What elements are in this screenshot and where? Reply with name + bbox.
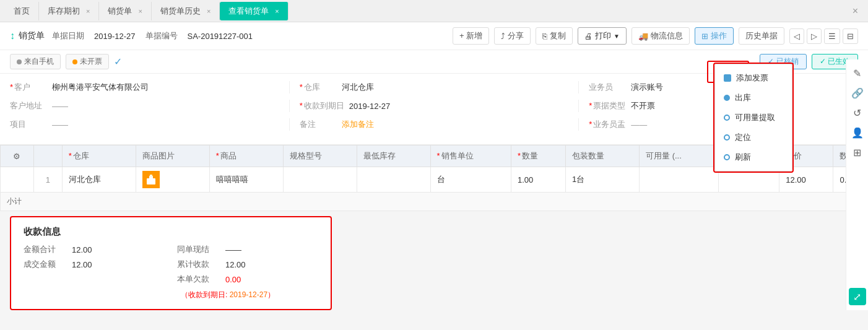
summary-title: 收款信息 — [24, 226, 318, 238]
next-button[interactable]: ▷ — [807, 28, 822, 44]
project-field: 项目 —— — [10, 119, 279, 130]
tab-home-label: 首页 — [14, 6, 30, 17]
collected-value: 12.00 — [225, 260, 246, 269]
col-spec: 规格型号 — [283, 145, 357, 167]
product-image — [142, 171, 160, 188]
grid-view-button[interactable]: ☰ — [824, 28, 840, 44]
tab-view-sales-label: 查看销货单 — [228, 6, 269, 17]
date-label: 单据日期 — [52, 30, 84, 41]
note-label: 备注 — [300, 119, 337, 130]
project-label: 项目 — [10, 119, 47, 130]
tab-view-sales[interactable]: 查看销货单 × — [220, 2, 288, 20]
copy-label: 复制 — [550, 30, 566, 41]
sidebar-user-icon[interactable]: 👤 — [849, 124, 866, 141]
sidebar-rotate-icon[interactable]: ↺ — [849, 104, 866, 121]
locate-label: 定位 — [735, 132, 751, 143]
row-pkg-qty: 1台 — [566, 167, 640, 193]
due-date-field: 收款到期日 2019-12-27 — [300, 100, 569, 111]
tab-home[interactable]: 首页 — [5, 2, 39, 20]
sidebar-edit-icon[interactable]: ✎ — [849, 64, 866, 82]
copy-button[interactable]: ⎘ 复制 — [536, 27, 573, 45]
salesman-label: 业务员盂 — [589, 119, 626, 130]
dropdown-container: 添加发票 出库 可用量提取 定位 刷新 — [713, 63, 794, 173]
from-phone-button[interactable]: 来自手机 — [10, 54, 61, 69]
sidebar-link-icon[interactable]: 🔗 — [849, 84, 866, 102]
svg-rect-2 — [150, 175, 152, 177]
effective-icon: ✓ — [820, 57, 828, 66]
print-icon: 🖨 — [584, 32, 592, 41]
outbound-label: 出库 — [735, 92, 751, 103]
print-button[interactable]: 🖨 打印 ▼ — [578, 27, 627, 45]
salesman-value: —— — [631, 120, 647, 129]
history-label: 历史单据 — [745, 30, 778, 41]
operator-label: 业务员 — [589, 82, 626, 93]
add-invoice-label: 添加发票 — [736, 72, 768, 84]
row-settings — [1, 167, 34, 193]
available-qty-icon — [724, 115, 730, 121]
summary-same-settle: 同单现结 —— — [177, 244, 318, 255]
col-pkg-qty: 包装数量 — [566, 145, 640, 167]
row-qty: 1.00 — [511, 167, 566, 193]
tab-sales-history[interactable]: 销货单历史 × — [152, 2, 220, 20]
customer-field: 客户 柳州粤港平安气体有限公司 — [10, 82, 279, 93]
warehouse-value: 河北仓库 — [342, 82, 374, 93]
refresh-icon — [724, 154, 730, 160]
print-label: 打印 — [595, 30, 611, 41]
tab-sales-history-label: 销货单历史 — [160, 6, 201, 17]
toolbar-actions: + 新增 ⤴ 分享 ⎘ 复制 🖨 打印 ▼ 🚚 物流信息 ⊞ 操作 — [453, 27, 858, 45]
sidebar-fullscreen-icon[interactable]: ⤢ — [849, 288, 866, 305]
history-button[interactable]: 历史单据 — [739, 27, 784, 45]
summary-deal-amount: 成交金额 12.00 — [24, 259, 165, 270]
logistics-button[interactable]: 🚚 物流信息 — [631, 27, 690, 45]
summary-owed: 本单欠款 0.00 （收款到期日: 2019-12-27） — [177, 274, 318, 300]
tab-inventory-close[interactable]: × — [86, 7, 90, 15]
amount-label: 金额合计 — [24, 244, 67, 255]
doc-title: ↕ 销货单 — [10, 30, 45, 41]
doc-icon: ↕ — [10, 30, 15, 41]
tab-view-sales-close[interactable]: × — [275, 7, 279, 15]
menu-locate[interactable]: 定位 — [715, 128, 792, 147]
owed-value: 0.00 — [225, 275, 241, 284]
tab-sales[interactable]: 销货单 × — [99, 2, 151, 20]
col-min-stock: 最低库存 — [357, 145, 430, 167]
col-unit: 销售单位 — [430, 145, 511, 167]
menu-available-qty[interactable]: 可用量提取 — [715, 108, 792, 128]
col-settings[interactable]: ⚙ — [1, 145, 34, 167]
doc-type-label: 销货单 — [19, 30, 45, 41]
outbound-icon — [724, 95, 730, 101]
tab-sales-close[interactable]: × — [138, 7, 142, 15]
address-label: 客户地址 — [10, 100, 47, 111]
col-available: 可用量 (... — [640, 145, 719, 167]
not-open-button[interactable]: 未开票 — [66, 54, 109, 69]
not-open-label: 未开票 — [80, 56, 102, 67]
row-available — [640, 167, 719, 193]
new-button[interactable]: + 新增 — [453, 27, 489, 45]
deal-amount-value: 12.00 — [72, 260, 92, 269]
window-close-button[interactable]: × — [848, 3, 863, 19]
list-view-button[interactable]: ⊟ — [843, 28, 858, 44]
menu-refresh[interactable]: 刷新 — [715, 147, 792, 167]
summary-box: 收款信息 金额合计 12.00 同单现结 —— 成交金额 12.00 累计收款 … — [10, 216, 332, 310]
row-min-stock — [357, 167, 430, 193]
address-field: 客户地址 —— — [10, 100, 279, 111]
print-dropdown-icon: ▼ — [614, 33, 620, 40]
sidebar-table-icon[interactable]: ⊞ — [849, 144, 866, 161]
prev-button[interactable]: ◁ — [789, 28, 804, 44]
operation-button[interactable]: ⊞ 操作 — [695, 27, 734, 45]
note-field: 备注 添加备注 — [300, 119, 569, 130]
tab-inventory[interactable]: 库存期初 × — [39, 2, 99, 20]
project-value: —— — [52, 120, 68, 129]
menu-outbound[interactable]: 出库 — [715, 88, 792, 108]
share-button[interactable]: ⤴ 分享 — [494, 27, 531, 45]
col-qty: 数量 — [511, 145, 566, 167]
add-invoice-icon — [724, 74, 731, 82]
main-content: ↕ 销货单 单据日期 2019-12-27 单据编号 SA-20191227-0… — [0, 22, 868, 310]
tab-sales-history-close[interactable]: × — [207, 7, 210, 15]
date-value: 2019-12-27 — [94, 32, 136, 41]
subtotal-row: 小计 — [1, 193, 868, 211]
customer-label: 客户 — [10, 82, 47, 93]
tab-bar: 首页 库存期初 × 销货单 × 销货单历史 × 查看销货单 × × — [0, 0, 868, 22]
row-unit: 台 — [430, 167, 511, 193]
menu-add-invoice[interactable]: 添加发票 — [715, 68, 792, 88]
add-note-link[interactable]: 添加备注 — [342, 119, 374, 130]
